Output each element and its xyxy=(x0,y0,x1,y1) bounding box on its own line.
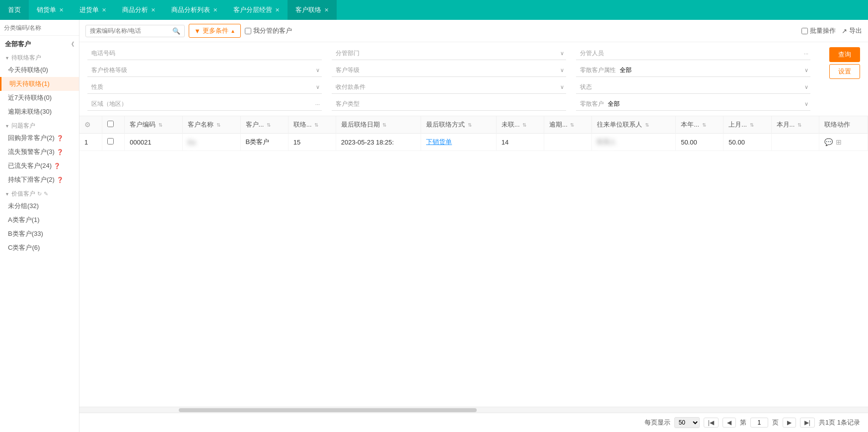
col-unit-contact[interactable]: 往来单位联系人 ⇅ xyxy=(592,116,676,134)
filter-icon: ▼ xyxy=(194,27,201,35)
col-settings[interactable]: ⚙ xyxy=(79,116,102,134)
sidebar-item-overdue[interactable]: 逾期未联络(30) xyxy=(0,105,79,119)
sidebar-search-input[interactable] xyxy=(4,24,78,31)
my-customers-checkbox-label[interactable]: 我分管的客户 xyxy=(245,26,292,35)
search-input[interactable] xyxy=(90,27,170,34)
col-this-month[interactable]: 本月... ⇅ xyxy=(771,116,819,134)
sidebar-item-ungrouped[interactable]: 未分组(32) xyxy=(0,199,79,213)
contact-method-link[interactable]: 下销货单 xyxy=(426,138,452,145)
more-icon[interactable]: ··· xyxy=(804,51,808,57)
collapse-icon[interactable]: 《 xyxy=(69,41,74,48)
col-name[interactable]: 客户名称 ⇅ xyxy=(182,116,240,134)
col-last-month[interactable]: 上月... ⇅ xyxy=(723,116,771,134)
sidebar-item-tomorrow[interactable]: 明天待联络(1) xyxy=(0,77,79,91)
refresh-icon[interactable]: ↻ xyxy=(37,191,42,197)
region-input[interactable] xyxy=(131,101,318,108)
cell-checkbox[interactable] xyxy=(102,134,125,151)
filter-customer-grade: 客户等级 ∨ xyxy=(332,64,566,77)
chevron-down-icon[interactable]: ∨ xyxy=(560,50,564,57)
first-page-button[interactable]: |◀ xyxy=(704,418,719,428)
nature-input[interactable] xyxy=(107,84,318,91)
customer-type-input[interactable] xyxy=(363,101,562,108)
last-page-button[interactable]: ▶| xyxy=(800,418,815,428)
search-icon[interactable]: 🔍 xyxy=(172,27,180,35)
prev-page-button[interactable]: ◀ xyxy=(723,418,736,428)
help-icon: ❓ xyxy=(57,177,64,183)
close-icon[interactable]: ✕ xyxy=(59,7,64,13)
settings-icon[interactable]: ⚙ xyxy=(84,121,91,129)
chevron-down-icon[interactable]: ∨ xyxy=(316,84,320,90)
edit-icon[interactable]: ✎ xyxy=(44,191,48,197)
col-last-contact-date[interactable]: 最后联络日期 ⇅ xyxy=(336,116,421,134)
col-this-year[interactable]: 本年... ⇅ xyxy=(676,116,723,134)
close-icon[interactable]: ✕ xyxy=(213,7,217,13)
sidebar-item-declining[interactable]: 持续下滑客户(2) ❓ xyxy=(0,173,79,187)
col-type[interactable]: 客户... ⇅ xyxy=(240,116,288,134)
chevron-down-icon[interactable]: ∨ xyxy=(804,101,808,107)
sidebar-item-class-b[interactable]: B类客户(33) xyxy=(0,227,79,241)
close-icon[interactable]: ✕ xyxy=(102,7,106,13)
status-input[interactable] xyxy=(596,84,806,91)
scrollbar-thumb[interactable] xyxy=(179,408,477,412)
select-all-checkbox[interactable] xyxy=(107,121,114,127)
next-page-button[interactable]: ▶ xyxy=(783,418,796,428)
person-input[interactable] xyxy=(608,50,806,57)
sidebar-item-repurchase-anomaly[interactable]: 回购异常客户(2) ❓ xyxy=(0,131,79,145)
nav-product-analysis[interactable]: 商品分析 ✕ xyxy=(114,0,163,20)
export-button[interactable]: ↗ 导出 xyxy=(842,26,862,35)
col-last-contact-method[interactable]: 最后联络方式 ⇅ xyxy=(421,116,497,134)
sidebar-item-today[interactable]: 今天待联络(0) xyxy=(0,63,79,77)
table-header-row: ⚙ 客户编码 ⇅ 客户名称 ⇅ 客户... ⇅ 联络... ⇅ 最后联络日期 ⇅… xyxy=(79,116,868,134)
chevron-down-icon[interactable]: ∨ xyxy=(560,67,564,73)
col-code[interactable]: 客户编码 ⇅ xyxy=(125,116,183,134)
customer-grade-input[interactable] xyxy=(363,67,562,74)
payment-input[interactable] xyxy=(369,84,562,91)
chevron-down-icon[interactable]: ∨ xyxy=(560,84,564,90)
col-checkbox[interactable] xyxy=(102,116,125,134)
row-checkbox[interactable] xyxy=(107,138,114,144)
sidebar: 🔍 全部客户 《 待联络客户 今天待联络(0) 明天待联络(1) 近7天待联络(… xyxy=(0,20,79,432)
phone-input[interactable] xyxy=(119,50,318,57)
close-icon[interactable]: ✕ xyxy=(275,7,280,13)
nav-product-analysis-list[interactable]: 商品分析列表 ✕ xyxy=(163,0,225,20)
filter-actions: 查询 设置 xyxy=(829,47,860,111)
sidebar-item-churned[interactable]: 已流失客户(24) ❓ xyxy=(0,159,79,173)
batch-operation-button[interactable]: 批量操作 xyxy=(801,26,836,35)
nav-customer-tier[interactable]: 客户分层经营 ✕ xyxy=(225,0,288,20)
sidebar-item-class-c[interactable]: C类客户(6) xyxy=(0,241,79,255)
price-grade-input[interactable] xyxy=(131,67,318,74)
query-button[interactable]: 查询 xyxy=(829,47,860,62)
nav-home[interactable]: 首页 xyxy=(0,0,29,20)
more-filters-button[interactable]: ▼ 更多条件 ▲ xyxy=(189,24,241,38)
col-overdue[interactable]: 逾期... ⇅ xyxy=(544,116,591,134)
more-icon[interactable]: ··· xyxy=(315,101,320,107)
col-uncontacted[interactable]: 未联... ⇅ xyxy=(496,116,544,134)
action-icons: 💬 ⊞ xyxy=(824,138,863,146)
horizontal-scrollbar[interactable] xyxy=(79,407,868,413)
sidebar-item-7days[interactable]: 近7天待联络(0) xyxy=(0,91,79,105)
sidebar-item-churn-warning[interactable]: 流失预警客户(3) ❓ xyxy=(0,145,79,159)
set-button[interactable]: 设置 xyxy=(829,64,860,79)
filter-status: 状态 ∨ xyxy=(576,81,810,94)
chat-icon[interactable]: 💬 xyxy=(824,138,833,146)
batch-checkbox[interactable] xyxy=(801,28,808,34)
page-input[interactable] xyxy=(750,418,768,428)
sort-icon: ⇅ xyxy=(750,122,754,128)
chevron-down-icon[interactable]: ∨ xyxy=(804,67,808,73)
sort-icon: ⇅ xyxy=(702,122,706,128)
sidebar-item-class-a[interactable]: A类客户(1) xyxy=(0,213,79,227)
nav-purchase-order[interactable]: 进货单 ✕ xyxy=(72,0,114,20)
nav-sales-order[interactable]: 销货单 ✕ xyxy=(29,0,72,20)
dept-input[interactable] xyxy=(363,50,562,57)
grid-icon[interactable]: ⊞ xyxy=(836,138,842,146)
close-icon[interactable]: ✕ xyxy=(151,7,155,13)
close-icon[interactable]: ✕ xyxy=(324,7,329,13)
col-contact-count[interactable]: 联络... ⇅ xyxy=(288,116,336,134)
top-navigation: 首页 销货单 ✕ 进货单 ✕ 商品分析 ✕ 商品分析列表 ✕ 客户分层经营 ✕ … xyxy=(0,0,868,20)
my-customers-checkbox[interactable] xyxy=(245,28,251,34)
per-page-select[interactable]: 50 100 200 xyxy=(674,417,700,428)
chevron-down-icon[interactable]: ∨ xyxy=(804,84,808,90)
chevron-down-icon[interactable]: ∨ xyxy=(316,67,320,73)
nav-customer-contact[interactable]: 客户联络 ✕ xyxy=(288,0,337,20)
total-records: 共1页 1条记录 xyxy=(819,418,860,427)
